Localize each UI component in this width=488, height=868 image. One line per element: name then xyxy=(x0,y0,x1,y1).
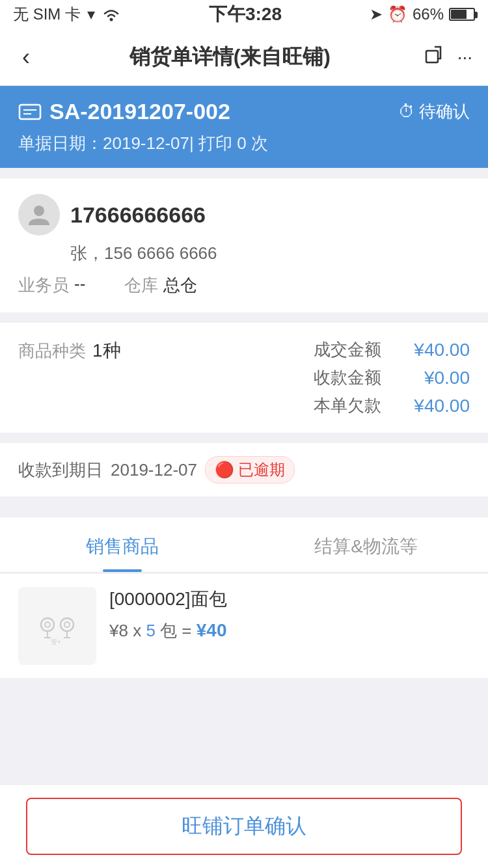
carrier-label: 无 SIM 卡 xyxy=(13,4,81,25)
amount-received-row: 收款金额 ¥0.00 xyxy=(314,366,470,389)
nav-bar: ‹ 销货单详情(来自旺铺) ··· xyxy=(0,29,488,86)
order-id-row: SA-20191207-002 ⏱ 待确认 xyxy=(18,99,470,124)
customer-sub: 张，156 6666 6666 xyxy=(70,242,470,265)
goods-label: 商品种类 xyxy=(18,340,86,362)
confirm-button[interactable]: 旺铺订单确认 xyxy=(26,798,462,855)
order-status: ⏱ 待确认 xyxy=(398,100,470,123)
goods-type: 商品种类 1种 xyxy=(18,338,121,363)
wifi-signal-icon xyxy=(102,7,121,21)
wifi-icon: ▾ xyxy=(87,5,95,23)
svg-point-8 xyxy=(45,622,50,627)
order-date: 单据日期：2019-12-07| 打印 0 次 xyxy=(18,132,470,155)
amount-received-label: 收款金额 xyxy=(314,366,381,389)
customer-section: 17666666666 张，156 6666 6666 业务员 -- 仓库 总仓 xyxy=(0,178,488,312)
svg-rect-1 xyxy=(426,51,438,62)
multiply-sign: x xyxy=(133,621,146,640)
customer-meta: 业务员 -- 仓库 总仓 xyxy=(18,274,470,297)
summary-right: 成交金额 ¥40.00 收款金额 ¥0.00 本单欠款 ¥40.00 xyxy=(314,338,470,417)
status-clock-icon: ⏱ xyxy=(398,102,415,122)
amount-deal-value: ¥40.00 xyxy=(392,340,470,360)
sales-meta: 业务员 -- xyxy=(18,274,85,297)
product-name: [0000002]面包 xyxy=(109,587,470,612)
status-right: ➤ ⏰ 66% xyxy=(370,5,475,23)
due-label: 收款到期日 xyxy=(18,459,103,481)
product-price: ¥8 x 5 包 = ¥40 xyxy=(109,619,470,642)
sales-value: -- xyxy=(74,274,85,297)
overdue-icon: 🔴 xyxy=(215,461,234,479)
status-bar: 无 SIM 卡 ▾ 下午3:28 ➤ ⏰ 66% xyxy=(0,0,488,29)
product-section: 管+ [0000002]面包 ¥8 x 5 包 = ¥40 xyxy=(0,574,488,678)
bottom-action: 旺铺订单确认 xyxy=(0,784,488,868)
warehouse-meta: 仓库 总仓 xyxy=(124,274,197,297)
tabs-section: 销售商品 结算&物流等 xyxy=(0,517,488,573)
sales-label: 业务员 xyxy=(18,274,69,297)
svg-rect-2 xyxy=(20,105,40,119)
battery-icon xyxy=(449,8,475,21)
product-thumbnail: 管+ xyxy=(18,587,96,665)
amount-owed-label: 本单欠款 xyxy=(314,394,381,417)
tab-settlement[interactable]: 结算&物流等 xyxy=(244,517,488,572)
svg-point-0 xyxy=(110,18,113,21)
svg-point-6 xyxy=(41,618,54,631)
avatar xyxy=(18,194,60,236)
total-price: ¥40 xyxy=(197,620,227,640)
order-id: SA-20191207-002 xyxy=(18,99,230,124)
nav-actions: ··· xyxy=(424,44,472,70)
svg-point-9 xyxy=(64,622,70,627)
svg-point-7 xyxy=(61,618,74,631)
order-icon xyxy=(18,102,42,122)
status-time: 下午3:28 xyxy=(209,2,282,27)
product-info: [0000002]面包 ¥8 x 5 包 = ¥40 xyxy=(109,587,470,642)
page-title: 销货单详情(来自旺铺) xyxy=(129,43,331,72)
amount-owed-value: ¥40.00 xyxy=(392,396,470,416)
warehouse-value: 总仓 xyxy=(163,274,197,297)
amount-deal-label: 成交金额 xyxy=(314,338,381,361)
due-section: 收款到期日 2019-12-07 🔴 已逾期 xyxy=(0,443,488,496)
order-header: SA-20191207-002 ⏱ 待确认 单据日期：2019-12-07| 打… xyxy=(0,86,488,168)
quantity: 5 xyxy=(146,621,155,640)
avatar-icon xyxy=(26,202,52,228)
customer-row: 17666666666 xyxy=(18,194,470,236)
unit: 包 xyxy=(160,621,177,640)
due-date: 2019-12-07 xyxy=(111,460,197,480)
price-value: ¥8 xyxy=(109,621,128,640)
more-button[interactable]: ··· xyxy=(457,47,472,68)
location-icon: ➤ xyxy=(370,5,383,23)
status-left: 无 SIM 卡 ▾ xyxy=(13,4,121,25)
back-button[interactable]: ‹ xyxy=(16,37,36,77)
svg-text:管+: 管+ xyxy=(51,638,61,645)
tab-sales[interactable]: 销售商品 xyxy=(0,517,244,572)
goods-value: 1种 xyxy=(92,338,121,363)
alarm-icon: ⏰ xyxy=(388,5,407,23)
amount-received-value: ¥0.00 xyxy=(392,368,470,388)
summary-left: 商品种类 1种 xyxy=(18,338,121,363)
overdue-text: 已逾期 xyxy=(238,459,285,480)
svg-point-5 xyxy=(34,206,44,216)
product-logo: 管+ xyxy=(31,606,83,645)
divider xyxy=(0,496,488,507)
warehouse-label: 仓库 xyxy=(124,274,158,297)
amount-owed-row: 本单欠款 ¥40.00 xyxy=(314,394,470,417)
overdue-badge: 🔴 已逾期 xyxy=(205,456,295,483)
battery-percent: 66% xyxy=(413,5,444,23)
share-button[interactable] xyxy=(424,44,444,70)
amount-deal-row: 成交金额 ¥40.00 xyxy=(314,338,470,361)
equals-sign: = xyxy=(182,621,196,640)
customer-phone: 17666666666 xyxy=(70,202,206,228)
summary-section: 商品种类 1种 成交金额 ¥40.00 收款金额 ¥0.00 本单欠款 ¥40.… xyxy=(0,323,488,433)
product-item: 管+ [0000002]面包 ¥8 x 5 包 = ¥40 xyxy=(18,587,470,665)
